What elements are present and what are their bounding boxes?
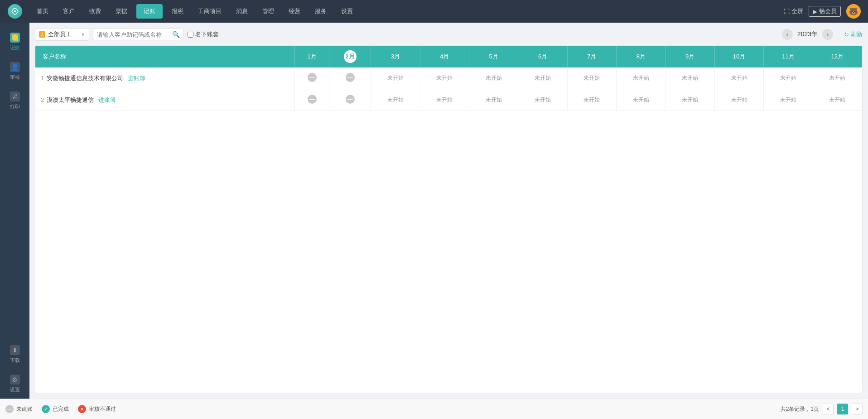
pagination-next-button[interactable]: > (852, 404, 863, 414)
sidebar-bottom-item-设置[interactable]: ⚙设置 (10, 369, 20, 399)
vip-button[interactable]: ▶ 畅会员 (809, 6, 841, 17)
cell-month-2-1 (295, 89, 329, 111)
cell-month-1-9: 未开始 (665, 67, 714, 89)
nav-item-工商项目[interactable]: 工商项目 (191, 0, 229, 23)
checkbox-label[interactable]: 名下账套 (188, 30, 219, 39)
legend-item-审核不通过: ✕审核不通过 (78, 405, 116, 413)
cell-month-2-3: 未开始 (371, 89, 420, 111)
nav-item-记账[interactable]: 记账 (136, 4, 163, 19)
sidebar-bottom-label-下载: 下载 (10, 357, 20, 364)
status-not-started: 未开始 (387, 75, 404, 81)
row-num: 1 (41, 75, 44, 82)
refresh-button[interactable]: ↻ 刷新 (844, 30, 863, 39)
nav-item-设置[interactable]: 设置 (334, 0, 360, 23)
entry-link-2[interactable]: 进账簿 (98, 96, 116, 103)
svg-point-0 (14, 10, 16, 12)
status-not-started: 未开始 (583, 96, 600, 103)
row-num: 2 (41, 96, 44, 103)
content-area: 人 全部员工 ▼ 🔍 名下账套 ‹ 2023年 › ↻ 刷新 (29, 23, 868, 399)
status-dot-not-built (346, 73, 355, 82)
col-header-customer: 客户名称 (35, 46, 295, 67)
col-header-month-4: 4月 (420, 46, 469, 67)
sidebar-item-审核[interactable]: 👤审核 (0, 57, 29, 86)
status-not-started: 未开始 (780, 96, 796, 103)
col-header-month-10: 10月 (714, 46, 763, 67)
nav-item-首页[interactable]: 首页 (29, 0, 56, 23)
fullscreen-label: 全屏 (791, 7, 803, 15)
nav-item-服务[interactable]: 服务 (308, 0, 334, 23)
year-nav: ‹ 2023年 › (782, 29, 833, 40)
status-not-started: 未开始 (633, 96, 649, 103)
logo (0, 0, 29, 23)
sidebar-bottom-icon-下载: ⬇ (10, 345, 20, 355)
sidebar-item-记账[interactable]: 📒记账 (0, 27, 29, 57)
status-not-started: 未开始 (486, 75, 502, 81)
sidebar-label-审核: 审核 (10, 74, 20, 81)
fullscreen-button[interactable]: ⛶ 全屏 (784, 7, 803, 15)
cell-month-2-12: 未开始 (813, 89, 862, 111)
sidebar-item-打印[interactable]: 🖨打印 (0, 86, 29, 116)
status-not-started: 未开始 (486, 96, 502, 103)
sidebar-icon-审核: 👤 (10, 62, 20, 72)
col-header-month-11: 11月 (764, 46, 813, 67)
nav-item-消息[interactable]: 消息 (229, 0, 255, 23)
vip-icon: ▶ (813, 8, 817, 15)
status-not-started: 未开始 (436, 75, 453, 81)
fullscreen-icon: ⛶ (784, 8, 790, 15)
cell-month-1-7: 未开始 (567, 67, 616, 89)
col-header-month-2: 2月 (329, 46, 371, 67)
year-next-button[interactable]: › (822, 29, 833, 40)
nav-item-经营[interactable]: 经营 (281, 0, 308, 23)
company-name: 漠澳太平畅捷通信 (47, 96, 94, 103)
nav-item-报税[interactable]: 报税 (164, 0, 191, 23)
employee-icon: 人 (39, 31, 45, 38)
cell-month-2-2 (329, 89, 371, 111)
entry-link-1[interactable]: 进账簿 (128, 75, 145, 82)
nav-item-客户[interactable]: 客户 (56, 0, 82, 23)
legend-dot-已完成: ✓ (42, 405, 50, 413)
pagination-summary: 共2条记录，1页 (781, 405, 819, 413)
vip-label: 畅会员 (819, 7, 837, 15)
status-not-started: 未开始 (829, 96, 845, 103)
sidebar-bottom-item-下载[interactable]: ⬇下载 (10, 340, 20, 369)
cell-month-2-6: 未开始 (518, 89, 567, 111)
data-table-wrapper: 客户名称1月2月3月4月5月6月7月8月9月10月11月12月 1安徽畅捷通信息… (35, 45, 863, 393)
cell-month-2-8: 未开始 (617, 89, 665, 111)
status-not-started: 未开始 (535, 75, 551, 81)
status-not-started: 未开始 (583, 75, 600, 81)
employee-select-label: 全部员工 (48, 30, 72, 39)
cell-month-2-9: 未开始 (665, 89, 714, 111)
status-not-started: 未开始 (436, 96, 453, 103)
status-not-started: 未开始 (731, 75, 747, 81)
pagination-page-1[interactable]: 1 (837, 404, 848, 414)
legend-label-未建账: 未建账 (16, 405, 33, 413)
avatar[interactable]: 🐻 (846, 4, 861, 19)
refresh-label: 刷新 (851, 30, 863, 39)
sidebar-label-打印: 打印 (10, 103, 20, 110)
status-not-started: 未开始 (682, 75, 698, 81)
pagination: 共2条记录，1页<1> (781, 404, 863, 414)
year-prev-button[interactable]: ‹ (782, 29, 793, 40)
cell-month-1-1 (295, 67, 329, 89)
footer: —未建账✓已完成✕审核不通过共2条记录，1页<1> (0, 399, 868, 419)
cell-company-2: 2漠澳太平畅捷通信进账簿 (35, 89, 295, 111)
company-name: 安徽畅捷通信息技术有限公司 (47, 75, 123, 82)
nav-item-管理[interactable]: 管理 (255, 0, 281, 23)
nav-item-票据[interactable]: 票据 (108, 0, 135, 23)
employee-select[interactable]: 人 全部员工 ▼ (35, 28, 89, 41)
status-dot-not-built (308, 73, 317, 82)
my-accounts-checkbox[interactable] (188, 32, 193, 38)
cell-month-1-8: 未开始 (617, 67, 665, 89)
search-icon[interactable]: 🔍 (172, 31, 180, 38)
sidebar-bottom-icon-设置: ⚙ (10, 375, 20, 385)
status-not-started: 未开始 (535, 96, 551, 103)
table-row: 2漠澳太平畅捷通信进账簿未开始未开始未开始未开始未开始未开始未开始未开始未开始未… (35, 89, 862, 111)
nav-item-收费[interactable]: 收费 (82, 0, 108, 23)
cell-month-1-2 (329, 67, 371, 89)
toolbar: 人 全部员工 ▼ 🔍 名下账套 ‹ 2023年 › ↻ 刷新 (35, 28, 863, 41)
pagination-prev-button[interactable]: < (823, 404, 834, 414)
top-navigation: 首页客户收费票据记账报税工商项目消息管理经营服务设置 ⛶ 全屏 ▶ 畅会员 🐻 (0, 0, 868, 23)
search-input[interactable] (97, 31, 169, 38)
status-not-started: 未开始 (633, 75, 649, 81)
refresh-icon: ↻ (844, 31, 849, 38)
